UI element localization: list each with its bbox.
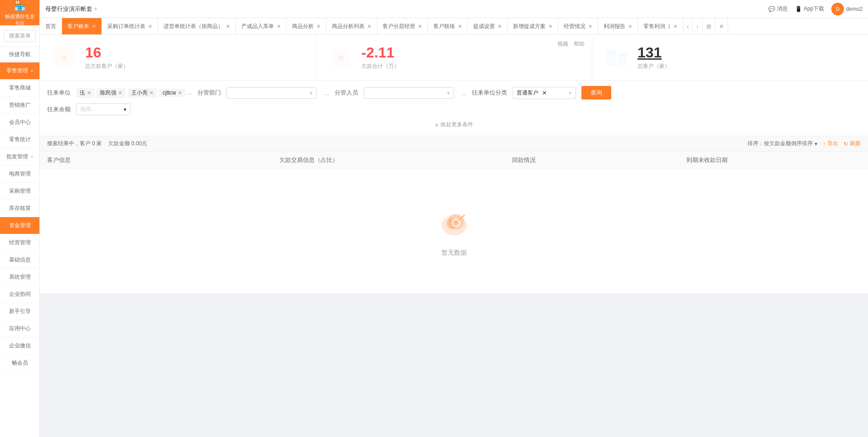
dept-extra-btn[interactable]: ... bbox=[324, 90, 329, 96]
person-extra-btn[interactable]: ... bbox=[461, 90, 466, 96]
filter-row-1: 往来单位 伍 ✕ 陈民强 ✕ 王小亮 bbox=[47, 86, 861, 100]
tab-more-btn[interactable]: ⊞ bbox=[703, 18, 715, 34]
tab-customer-layer[interactable]: 客户分层经营 ✕ bbox=[377, 18, 428, 34]
dept-selector[interactable]: ▾ bbox=[226, 87, 317, 99]
unit-class-value: 普通客户 bbox=[517, 89, 538, 97]
tag-close-icon-2[interactable]: ✕ bbox=[118, 90, 122, 96]
tab-close-icon-7[interactable]: ✕ bbox=[418, 24, 422, 29]
filter-tag-2[interactable]: 陈民强 ✕ bbox=[96, 88, 126, 98]
svg-rect-6 bbox=[607, 50, 616, 55]
tab-profit-report[interactable]: 利润报告 ✕ bbox=[598, 18, 638, 34]
tab-scroll-right[interactable]: › bbox=[693, 18, 702, 34]
person-selector[interactable]: ▾ bbox=[364, 87, 454, 99]
sidebar-item-retail-mall[interactable]: 零售商城 bbox=[0, 80, 39, 97]
tag-close-icon-3[interactable]: ✕ bbox=[149, 90, 153, 96]
message-btn[interactable]: 💬 消息 bbox=[768, 5, 788, 13]
chevron-down-icon-3: ▾ bbox=[94, 5, 97, 12]
chevron-down-icon-8: ▾ bbox=[815, 141, 817, 147]
sidebar-item-wholesale[interactable]: 批发管理 ▾ bbox=[0, 148, 39, 166]
refresh-button[interactable]: ↻ 刷新 bbox=[844, 140, 861, 147]
table-header: 客户信息 欠款交易信息（占比） 回款情况 到期未收款日期 bbox=[40, 152, 868, 169]
chevron-down-icon-5: ▾ bbox=[447, 90, 450, 96]
industry-selector[interactable]: 母婴行业演示帐套 ▾ bbox=[45, 5, 97, 13]
tab-raise-settings[interactable]: 提成设置 ✕ bbox=[468, 18, 508, 34]
filter-tags-more[interactable]: ... bbox=[187, 90, 192, 96]
empty-state: 暂无数据 bbox=[40, 169, 868, 293]
sidebar-item-marketing[interactable]: 营销推广 bbox=[0, 97, 39, 114]
logo-sub: 标版 bbox=[15, 20, 24, 26]
unit-class-selector[interactable]: 普通客户 ✕ ▾ bbox=[513, 87, 576, 99]
tab-close-icon-12[interactable]: ✕ bbox=[628, 24, 632, 29]
export-button[interactable]: ↑ 导出 bbox=[823, 140, 838, 147]
tab-close-icon-6[interactable]: ✕ bbox=[367, 24, 371, 29]
tab-add-raise[interactable]: 新增提成方案 ✕ bbox=[508, 18, 558, 34]
sidebar-item-ecommerce[interactable]: 电商管理 bbox=[0, 166, 39, 183]
sidebar-item-member[interactable]: 会员中心 bbox=[0, 114, 39, 131]
tab-scroll-left[interactable]: ‹ bbox=[683, 18, 693, 34]
tab-close-icon[interactable]: ✕ bbox=[92, 24, 96, 29]
stat-value-customers: 16 bbox=[85, 45, 129, 61]
tab-close-icon-11[interactable]: ✕ bbox=[588, 24, 592, 29]
stats-row: ¥ 16 总欠款客户（家） ✕ bbox=[40, 35, 868, 81]
tab-goods-analysis[interactable]: 商品分析 ✕ bbox=[287, 18, 326, 34]
tab-purchase-order[interactable]: 采购订单统计表 ✕ bbox=[102, 18, 158, 34]
sidebar-item-vip-member[interactable]: 畅会员 bbox=[0, 355, 39, 372]
stat-value-total[interactable]: 131 bbox=[638, 45, 670, 61]
sidebar-item-finance[interactable]: 资金管理 bbox=[0, 217, 39, 234]
stat-icon-3 bbox=[603, 44, 630, 71]
empty-state-text: 暂无数据 bbox=[441, 249, 467, 257]
query-button[interactable]: 查询 bbox=[581, 86, 611, 100]
svg-rect-7 bbox=[618, 54, 627, 57]
filter-tag-1[interactable]: 伍 ✕ bbox=[76, 88, 95, 98]
filter-tag-4[interactable]: cjttcw ✕ bbox=[159, 89, 186, 97]
header-right: 💬 消息 📱 App下载 D demo2 bbox=[768, 3, 863, 15]
tab-customer-account[interactable]: 客户账本 ✕ bbox=[62, 18, 102, 34]
balance-selector[interactable]: 选择... ▾ bbox=[76, 103, 130, 115]
unit-class-tag-close[interactable]: ✕ bbox=[542, 90, 547, 96]
filter-tag-3[interactable]: 王小亮 ✕ bbox=[128, 88, 157, 98]
tab-close-icon-8[interactable]: ✕ bbox=[458, 24, 462, 29]
sidebar: 🏪 畅捷通好生意 标版 搜索菜单 快捷导航 零售管理 ▾ 零售商城 营销推广 会… bbox=[0, 0, 40, 437]
tab-close-icon-3[interactable]: ✕ bbox=[226, 24, 230, 29]
sidebar-item-ops[interactable]: 经营管理 bbox=[0, 234, 39, 252]
tab-goods-analysis-list[interactable]: 商品分析列表 ✕ bbox=[326, 18, 377, 34]
search-menu-btn[interactable]: 搜索菜单 bbox=[4, 30, 36, 42]
sidebar-item-retail-stats[interactable]: 零售统计 bbox=[0, 131, 39, 148]
collapse-filter-btn[interactable]: ∧ 收起更多条件 bbox=[47, 119, 861, 130]
stat-info-1: 16 总欠款客户（家） bbox=[85, 45, 129, 70]
tab-retail-profit[interactable]: 零售利润（ ✕ bbox=[638, 18, 683, 34]
export-icon: ↑ bbox=[823, 141, 825, 147]
chevron-down-icon-7: ▾ bbox=[124, 106, 126, 113]
tab-close-icon-10[interactable]: ✕ bbox=[548, 24, 552, 29]
quick-nav-btn[interactable]: 快捷导航 bbox=[0, 47, 39, 62]
sidebar-item-newbie[interactable]: 新手引导 bbox=[0, 303, 39, 320]
sidebar-item-purchase[interactable]: 采购管理 bbox=[0, 183, 39, 200]
sidebar-item-enterprise-wechat[interactable]: 企业微信 bbox=[0, 337, 39, 355]
sidebar-item-inventory[interactable]: 库存核算 bbox=[0, 200, 39, 217]
tag-close-icon[interactable]: ✕ bbox=[87, 90, 91, 96]
sort-button[interactable]: 排序：按欠款金额倒序排序 ▾ bbox=[748, 140, 817, 147]
tab-customer-contact[interactable]: 客户联络 ✕ bbox=[428, 18, 468, 34]
video-link[interactable]: 视频 bbox=[557, 40, 568, 48]
tag-close-icon-4[interactable]: ✕ bbox=[178, 90, 182, 96]
sidebar-item-basic[interactable]: 基础信息 bbox=[0, 252, 39, 269]
tab-close-icon-5[interactable]: ✕ bbox=[317, 24, 321, 29]
tab-home[interactable]: 首页 bbox=[40, 18, 62, 34]
stat-label-total: 总客户（家） bbox=[638, 62, 670, 70]
tab-close-icon-2[interactable]: ✕ bbox=[148, 24, 152, 29]
tab-import-stats[interactable]: 进货单统计表（按商品） ✕ bbox=[158, 18, 236, 34]
sidebar-item-retail[interactable]: 零售管理 ▾ bbox=[0, 62, 39, 80]
tab-bar: 首页 客户账本 ✕ 采购订单统计表 ✕ 进货单统计表（按商品） ✕ 产成品入库单… bbox=[40, 18, 868, 35]
tab-close-icon-4[interactable]: ✕ bbox=[277, 24, 281, 29]
sidebar-item-app-center[interactable]: 应用中心 bbox=[0, 320, 39, 337]
tab-cost-in[interactable]: 产成品入库单 ✕ bbox=[236, 18, 287, 34]
sidebar-item-system[interactable]: 系统管理 bbox=[0, 269, 39, 286]
tab-close-icon-9[interactable]: ✕ bbox=[498, 24, 502, 29]
tab-close-icon-13[interactable]: ✕ bbox=[673, 24, 677, 29]
tab-close-all-btn[interactable]: ✕ bbox=[715, 18, 728, 34]
app-download-btn[interactable]: 📱 App下载 bbox=[795, 5, 824, 13]
user-profile-btn[interactable]: D demo2 bbox=[831, 3, 863, 15]
tab-operations[interactable]: 经营情况 ✕ bbox=[558, 18, 598, 34]
help-link[interactable]: 帮助 bbox=[574, 40, 585, 48]
sidebar-item-enterprise[interactable]: 企业协同 bbox=[0, 286, 39, 303]
